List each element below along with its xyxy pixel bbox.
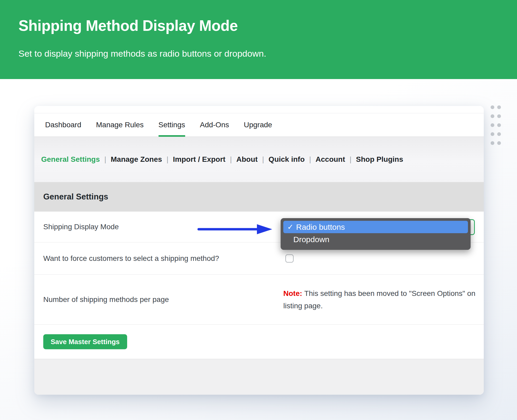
dropdown-option-radio-buttons[interactable]: ✓ Radio buttons	[283, 221, 468, 233]
page-title: Shipping Method Display Mode	[18, 17, 238, 34]
force-shipping-method-checkbox[interactable]	[285, 254, 294, 262]
dot	[491, 141, 494, 145]
dot	[497, 114, 501, 118]
tab-add-ons[interactable]: Add-Ons	[200, 113, 229, 136]
subnav-separator: |	[104, 155, 106, 164]
tab-dashboard[interactable]: Dashboard	[45, 113, 81, 136]
dot	[497, 141, 501, 145]
section-heading: General Settings	[43, 192, 108, 202]
save-master-settings-button[interactable]: Save Master Settings	[43, 334, 127, 349]
setting-row-methods-per-page: Number of shipping methods per page Note…	[34, 275, 484, 325]
subnav-separator: |	[230, 155, 232, 164]
page-subtitle: Set to display shipping methods as radio…	[18, 48, 266, 59]
shipping-display-mode-label: Shipping Display Mode	[43, 223, 119, 231]
hero-banner: Shipping Method Display Mode Set to disp…	[0, 0, 517, 79]
tab-manage-rules[interactable]: Manage Rules	[96, 113, 144, 136]
subnav-account[interactable]: Account	[315, 155, 345, 164]
dot	[497, 105, 501, 109]
subnav-import-export[interactable]: Import / Export	[173, 155, 226, 164]
dot	[497, 132, 501, 136]
button-row: Save Master Settings	[34, 325, 484, 359]
section-header-bar: General Settings	[34, 182, 484, 212]
card-top-strip	[34, 106, 484, 113]
page: Shipping Method Display Mode Set to disp…	[0, 0, 517, 420]
subnav-separator: |	[350, 155, 351, 164]
note-text: This setting has been moved to "Screen O…	[283, 289, 475, 310]
subnav-quick-info[interactable]: Quick info	[269, 155, 305, 164]
subnav-about[interactable]: About	[236, 155, 258, 164]
subnav-general-settings[interactable]: General Settings	[41, 155, 100, 164]
tab-settings[interactable]: Settings	[159, 113, 185, 136]
dropdown-option-dropdown[interactable]: Dropdown	[281, 233, 470, 246]
subnav-separator: |	[166, 155, 168, 164]
methods-per-page-note: Note:This setting has been moved to "Scr…	[283, 287, 481, 312]
pointer-arrow-icon	[197, 223, 274, 236]
decorative-dot-grid	[491, 105, 501, 145]
tab-upgrade[interactable]: Upgrade	[244, 113, 272, 136]
subnav-shop-plugins[interactable]: Shop Plugins	[356, 155, 403, 164]
methods-per-page-label: Number of shipping methods per page	[43, 295, 169, 304]
settings-card: Dashboard Manage Rules Settings Add-Ons …	[34, 106, 484, 395]
dot	[491, 132, 494, 136]
settings-subnav: General Settings | Manage Zones | Import…	[34, 137, 484, 182]
note-label: Note:	[283, 289, 302, 297]
dot	[491, 114, 494, 118]
subnav-separator: |	[309, 155, 311, 164]
card-footer	[34, 359, 484, 395]
shipping-display-mode-dropdown-menu: ✓ Radio buttons Dropdown	[281, 218, 471, 250]
dropdown-option-label: Radio buttons	[296, 223, 345, 232]
subnav-separator: |	[262, 155, 264, 164]
dot	[491, 123, 494, 127]
checkmark-icon: ✓	[287, 223, 293, 231]
subnav-manage-zones[interactable]: Manage Zones	[111, 155, 162, 164]
main-tabbar: Dashboard Manage Rules Settings Add-Ons …	[34, 113, 484, 137]
dropdown-option-label: Dropdown	[293, 235, 329, 244]
force-shipping-method-label: Want to force customers to select a ship…	[43, 254, 219, 263]
dot	[491, 105, 494, 109]
dot	[497, 123, 501, 127]
